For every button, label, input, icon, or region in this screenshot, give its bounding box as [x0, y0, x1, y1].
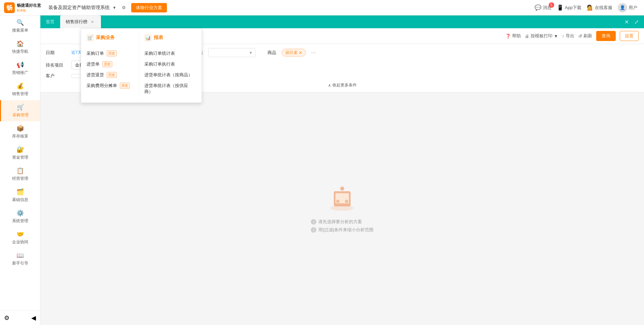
print-icon: 🖨 — [525, 34, 529, 39]
tab-sales-rank[interactable]: 销售排行榜 ✕ — [60, 15, 101, 28]
sidebar: 🔍 搜索菜单 🏠 快捷导航 📢 营销推广 💰 销售管理 🛒 采购管理 📦 库存核… — [0, 15, 40, 325]
sidebar-collapse-btn[interactable]: ◀ — [31, 314, 36, 322]
print-btn[interactable]: 🖨 按模板打印 ▼ — [525, 33, 558, 39]
sidebar-item-marketing[interactable]: 📢 营销推广 — [0, 58, 40, 79]
tip-num-2: 2 — [311, 227, 316, 233]
dropdown-purchase-col: 🛒 采购业务 采购订单 历史 进货单 历史 进货退货 历史 — [86, 34, 139, 97]
tip-num-1: 1 — [311, 219, 316, 225]
sidebar-item-quick-nav[interactable]: 🏠 快捷导航 — [0, 37, 40, 58]
dropdown-item-purchase-order[interactable]: 采购订单 历史 — [86, 48, 139, 59]
empty-tips: 1 请先选择要分析的方案 2 用[过滤]条件来缩小分析范围 — [311, 219, 373, 233]
date-label: 日期 — [46, 50, 66, 56]
content-area: 首页 销售排行榜 ✕ ✕ ⤢ ❓ 帮助 🖨 按模板打印 — [40, 15, 644, 325]
sales-icon: 💰 — [16, 82, 24, 90]
marketing-icon: 📢 — [16, 61, 24, 69]
inventory-icon: 📦 — [16, 125, 24, 132]
sidebar-item-purchase[interactable]: 🛒 采购管理 — [0, 100, 40, 121]
finance-icon: 🔐 — [16, 146, 24, 153]
home-icon: 🏠 — [16, 40, 24, 47]
dropdown-report-col: 📊 报表 采购订单统计表 采购订单执行表 进货单统计表（按商品） 进货单统计表（… — [139, 34, 196, 97]
help-btn[interactable]: ❓ 帮助 — [505, 33, 521, 39]
goods-tag-remove[interactable]: ✕ — [299, 50, 302, 55]
hist-tag-0: 历史 — [107, 50, 117, 56]
sidebar-item-enterprise[interactable]: 🤝 企业协同 — [0, 227, 40, 248]
avatar: 👤 — [618, 3, 627, 12]
search-icon: 🔍 — [16, 19, 24, 26]
purchase-icon: 🛒 — [17, 104, 24, 111]
report-col-icon: 📊 — [144, 34, 152, 41]
online-service-btn[interactable]: 💁 在线客服 — [587, 4, 612, 11]
help-icon: ❓ — [505, 34, 511, 39]
tab-sales-rank-close[interactable]: ✕ — [90, 19, 95, 25]
sidebar-item-search[interactable]: 🔍 搜索菜单 — [0, 15, 40, 37]
header-settings-btn[interactable]: ⚙ — [119, 3, 129, 12]
sidebar-item-operation[interactable]: 📋 经营管理 — [0, 164, 40, 185]
sidebar-item-sales[interactable]: 💰 销售管理 — [0, 79, 40, 100]
empty-tip-1: 1 请先选择要分析的方案 — [311, 219, 373, 225]
goods-tag: 设计桌 ✕ — [282, 49, 306, 56]
customer-label: 客户 — [46, 73, 66, 79]
dropdown-item-return[interactable]: 进货退货 历史 — [86, 70, 139, 80]
date-preset-7[interactable]: 近7天 — [71, 50, 82, 55]
settings-btn[interactable]: 设置 — [620, 31, 639, 41]
dropdown-item-report-2[interactable]: 采购订单执行表 — [144, 59, 196, 70]
doc-status-select[interactable] — [208, 48, 255, 57]
empty-state: 1 请先选择要分析的方案 2 用[过滤]条件来缩小分析范围 — [40, 92, 644, 325]
goods-more-btn[interactable]: ··· — [311, 50, 316, 56]
sidebar-item-guide[interactable]: 📖 新手引导 — [0, 248, 40, 270]
svg-point-3 — [340, 187, 344, 191]
sidebar-item-basic-info[interactable]: 🗂️ 基础信息 — [0, 185, 40, 206]
system-dropdown-btn[interactable]: ▼ — [112, 5, 116, 10]
print-dropdown-icon: ▼ — [554, 34, 558, 39]
industry-btn[interactable]: 体验行业方案 — [131, 3, 167, 12]
empty-tip-2: 2 用[过滤]条件来缩小分析范围 — [311, 227, 373, 233]
purchase-col-icon: 🛒 — [86, 34, 94, 41]
header-right: 💬 消息 5 📱 App下载 💁 在线客服 👤 用户 — [535, 3, 640, 12]
collapse-icon: ∧ — [328, 83, 331, 88]
logo-badge: 标准版 — [17, 8, 41, 13]
tab-actions: ✕ ⤢ — [623, 17, 644, 27]
logo-icon: 畅 — [4, 2, 15, 13]
sidebar-item-system[interactable]: ⚙️ 系统管理 — [0, 206, 40, 227]
user-btn[interactable]: 👤 用户 — [618, 3, 637, 12]
basic-info-icon: 🗂️ — [16, 188, 24, 196]
hist-tag-1: 历史 — [102, 61, 112, 67]
query-btn[interactable]: 查询 — [596, 31, 616, 41]
export-icon: ↑ — [562, 34, 565, 39]
tab-close-btn[interactable]: ✕ — [623, 17, 630, 27]
dropdown-purchase-header: 🛒 采购业务 — [86, 34, 139, 44]
sidebar-item-finance[interactable]: 🔐 资金管理 — [0, 143, 40, 164]
dropdown-item-report-1[interactable]: 采购订单统计表 — [144, 48, 196, 59]
message-btn[interactable]: 💬 消息 5 — [535, 4, 551, 11]
dropdown-report-header: 📊 报表 — [144, 34, 196, 44]
refresh-btn[interactable]: ↺ 刷新 — [578, 33, 592, 39]
system-title: 装备及固定资产辅助管理系统 — [48, 5, 110, 11]
purchase-dropdown-menu: 🛒 采购业务 采购订单 历史 进货单 历史 进货退货 历史 — [81, 28, 202, 103]
export-btn[interactable]: ↑ 导出 — [562, 33, 575, 39]
dropdown-item-report-4[interactable]: 进货单统计表（按供应商） — [144, 80, 196, 97]
dropdown-item-report-3[interactable]: 进货单统计表（按商品） — [144, 70, 196, 80]
sidebar-item-inventory[interactable]: 📦 库存核算 — [0, 121, 40, 143]
logo-title: 畅捷通好生意 — [17, 3, 41, 8]
tab-expand-btn[interactable]: ⤢ — [633, 17, 640, 27]
app-download-btn[interactable]: 📱 App下载 — [557, 4, 581, 11]
operation-icon: 📋 — [16, 167, 24, 174]
tab-bar: 首页 销售排行榜 ✕ ✕ ⤢ — [40, 15, 644, 28]
tab-home[interactable]: 首页 — [40, 15, 60, 28]
collapse-btn[interactable]: ∧ 收起更多条件 — [328, 82, 357, 88]
system-icon: ⚙️ — [16, 209, 24, 217]
rank-item-label: 排名项目 — [46, 62, 66, 68]
guide-icon: 📖 — [16, 252, 24, 259]
hist-tag-3: 历史 — [120, 83, 130, 89]
sidebar-settings-btn[interactable]: ⚙ — [4, 314, 9, 322]
goods-label: 商品 — [267, 50, 276, 56]
sidebar-bottom: ⚙ ◀ — [0, 311, 40, 325]
top-header: 畅 畅捷通好生意 标准版 装备及固定资产辅助管理系统 ▼ ⚙ 体验行业方案 💬 … — [0, 0, 644, 15]
dropdown-item-expense[interactable]: 采购费用分摊单 历史 — [86, 80, 139, 91]
svg-point-4 — [336, 200, 339, 203]
dropdown-item-inbound[interactable]: 进货单 历史 — [86, 59, 139, 70]
main-layout: 🔍 搜索菜单 🏠 快捷导航 📢 营销推广 💰 销售管理 🛒 采购管理 📦 库存核… — [0, 15, 644, 325]
message-badge: 5 — [549, 2, 554, 8]
header-middle: 装备及固定资产辅助管理系统 ▼ ⚙ 体验行业方案 — [44, 3, 535, 12]
svg-point-5 — [345, 200, 348, 203]
